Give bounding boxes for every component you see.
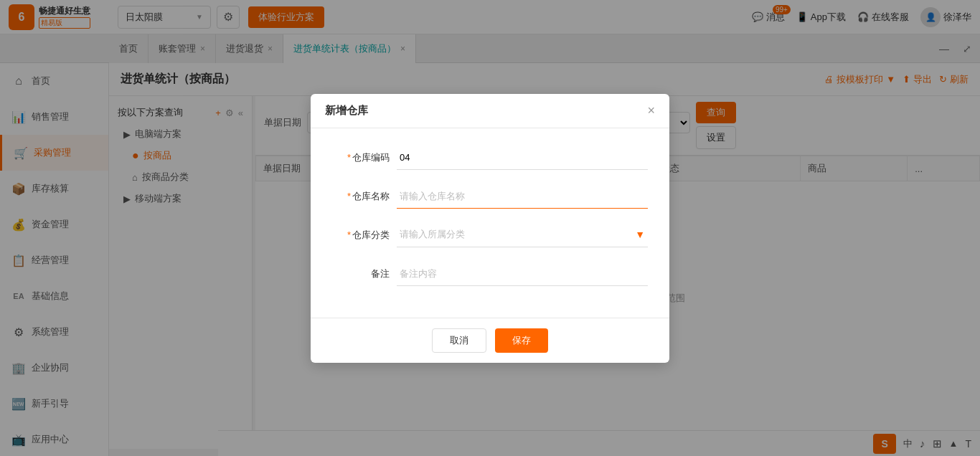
warehouse-code-row: 仓库编码 [332, 146, 648, 170]
warehouse-name-input[interactable] [397, 184, 648, 209]
warehouse-category-select[interactable]: 请输入所属分类 ▼ [397, 223, 648, 247]
new-warehouse-modal: 新增仓库 × 仓库编码 仓库名称 仓库分类 请输入所属分类 ▼ [311, 94, 669, 363]
modal-footer: 取消 保存 [311, 318, 669, 363]
modal-body: 仓库编码 仓库名称 仓库分类 请输入所属分类 ▼ 备注 [311, 128, 669, 318]
modal-title: 新增仓库 [325, 104, 368, 118]
cancel-button[interactable]: 取消 [432, 328, 486, 353]
warehouse-category-row: 仓库分类 请输入所属分类 ▼ [332, 223, 648, 247]
modal-close-button[interactable]: × [647, 104, 655, 117]
modal-header: 新增仓库 × [311, 94, 669, 128]
category-dropdown-arrow: ▼ [635, 229, 645, 240]
category-placeholder: 请输入所属分类 [400, 228, 465, 241]
modal-overlay: 新增仓库 × 仓库编码 仓库名称 仓库分类 请输入所属分类 ▼ [0, 0, 980, 456]
warehouse-code-input[interactable] [397, 146, 648, 170]
warehouse-name-label: 仓库名称 [332, 190, 390, 203]
save-button[interactable]: 保存 [495, 328, 548, 353]
warehouse-name-row: 仓库名称 [332, 184, 648, 209]
warehouse-note-input[interactable] [397, 262, 648, 286]
warehouse-code-label: 仓库编码 [332, 151, 390, 164]
warehouse-category-label: 仓库分类 [332, 229, 390, 242]
warehouse-note-row: 备注 [332, 262, 648, 286]
warehouse-note-label: 备注 [332, 267, 390, 280]
